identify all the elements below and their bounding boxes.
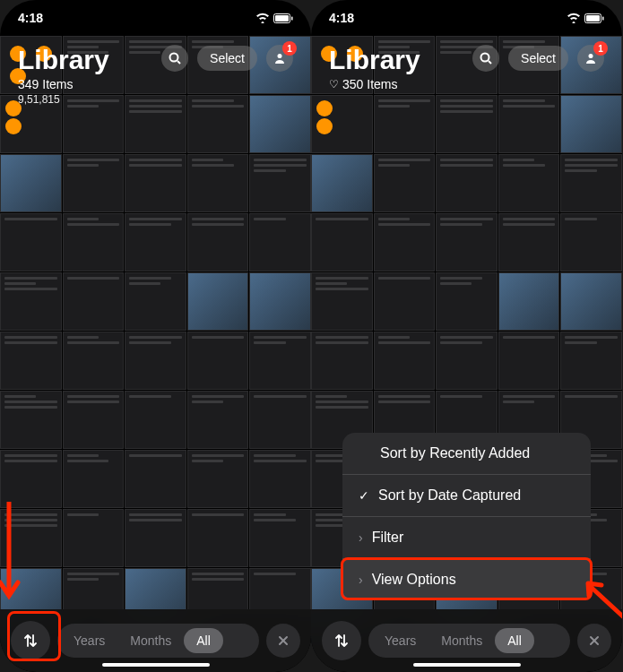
thumbnail[interactable] [436, 332, 498, 390]
thumbnail[interactable] [249, 213, 311, 271]
thumbnail[interactable] [249, 509, 311, 567]
thumbnail[interactable] [125, 509, 186, 567]
time: 4:18 [329, 11, 354, 25]
heart-icon: ♡ [329, 78, 339, 90]
home-indicator[interactable] [413, 663, 521, 667]
header: Library 349 Items 9,51,815 Select 1 [0, 36, 311, 115]
item-count: 349 Items [18, 77, 109, 91]
thumbnail[interactable] [187, 450, 249, 508]
segment-all[interactable]: All [495, 628, 534, 653]
header-left: Library 349 Items 9,51,815 [18, 45, 109, 106]
thumbnail[interactable] [63, 332, 125, 390]
thumbnail[interactable] [311, 332, 373, 390]
thumbnail[interactable] [187, 509, 249, 567]
thumbnail[interactable] [0, 332, 62, 390]
segment-months[interactable]: Months [428, 628, 495, 653]
thumbnail[interactable] [187, 154, 249, 212]
menu-sort-date[interactable]: ✓ Sort by Date Captured [342, 475, 591, 517]
thumbnail[interactable] [125, 450, 186, 508]
thumbnail[interactable] [63, 391, 125, 449]
thumbnail[interactable] [560, 213, 622, 271]
thumbnail[interactable] [0, 450, 62, 508]
thumbnail[interactable] [0, 272, 62, 331]
status-icons [255, 13, 293, 23]
thumbnail[interactable] [125, 391, 186, 449]
close-button[interactable] [577, 624, 611, 658]
thumbnail[interactable] [498, 154, 560, 212]
profile-button[interactable]: 1 [266, 45, 293, 72]
thumbnail[interactable] [498, 95, 560, 153]
thumbnail[interactable] [0, 391, 62, 449]
thumbnail[interactable] [311, 95, 373, 153]
thumbnail[interactable] [63, 154, 125, 212]
thumbnail[interactable] [249, 391, 311, 449]
item-count: ♡ 350 Items [329, 77, 420, 91]
thumbnail[interactable] [311, 154, 373, 212]
thumbnail[interactable] [498, 213, 560, 271]
thumbnail[interactable] [374, 332, 436, 390]
header: Library ♡ 350 Items Select 1 [311, 36, 622, 100]
select-button[interactable]: Select [508, 46, 568, 71]
thumbnail[interactable] [187, 391, 249, 449]
thumbnail[interactable] [560, 272, 622, 331]
svg-point-3 [170, 54, 178, 62]
sort-button[interactable] [322, 621, 361, 660]
menu-sort-recent[interactable]: Sort by Recently Added [342, 433, 591, 475]
thumbnail[interactable] [249, 450, 311, 508]
view-segment: Years Months All [368, 624, 570, 658]
thumbnail[interactable] [498, 272, 560, 331]
thumbnail[interactable] [187, 272, 249, 331]
thumbnail[interactable] [374, 95, 436, 153]
wifi-icon [567, 13, 581, 23]
thumbnail[interactable] [374, 213, 436, 271]
thumbnail[interactable] [63, 272, 125, 331]
thumbnail[interactable] [0, 154, 62, 212]
close-button[interactable] [266, 624, 300, 658]
thumbnail[interactable] [187, 213, 249, 271]
menu-view-options[interactable]: › View Options [342, 559, 591, 600]
segment-all[interactable]: All [184, 628, 223, 653]
thumbnail[interactable] [125, 332, 186, 390]
thumbnail[interactable] [311, 272, 373, 331]
thumbnail[interactable] [125, 272, 186, 331]
thumbnail[interactable] [0, 509, 62, 567]
thumbnail[interactable] [0, 213, 62, 271]
thumbnail[interactable] [498, 332, 560, 390]
thumbnail[interactable] [311, 213, 373, 271]
thumbnail[interactable] [436, 272, 498, 331]
thumbnail[interactable] [560, 154, 622, 212]
thumbnail[interactable] [63, 450, 125, 508]
thumbnail[interactable] [436, 154, 498, 212]
thumbnail[interactable] [63, 509, 125, 567]
svg-point-11 [481, 54, 489, 62]
segment-months[interactable]: Months [117, 628, 184, 653]
thumbnail[interactable] [249, 272, 311, 331]
sort-arrows-icon [22, 633, 39, 649]
profile-button[interactable]: 1 [577, 45, 604, 72]
notification-badge: 1 [593, 41, 608, 56]
thumbnail[interactable] [125, 154, 186, 212]
search-button[interactable] [472, 45, 499, 72]
segment-years[interactable]: Years [61, 628, 117, 653]
menu-filter[interactable]: › Filter [342, 517, 591, 559]
thumbnail[interactable] [560, 95, 622, 153]
close-icon [589, 635, 600, 646]
segment-years[interactable]: Years [372, 628, 428, 653]
thumbnail[interactable] [63, 213, 125, 271]
thumbnail[interactable] [436, 213, 498, 271]
select-button[interactable]: Select [197, 46, 257, 71]
page-title: Library [329, 45, 420, 75]
thumbnail[interactable] [374, 154, 436, 212]
thumbnail[interactable] [374, 272, 436, 331]
thumbnail[interactable] [187, 332, 249, 390]
thumbnail[interactable] [249, 154, 311, 212]
thumbnail[interactable] [560, 332, 622, 390]
status-bar: 4:18 [0, 0, 311, 36]
thumbnail[interactable] [125, 213, 186, 271]
thumbnail[interactable] [436, 95, 498, 153]
sort-button[interactable] [11, 621, 50, 660]
svg-rect-10 [602, 16, 604, 20]
home-indicator[interactable] [102, 663, 210, 667]
search-button[interactable] [161, 45, 188, 72]
thumbnail[interactable] [249, 332, 311, 390]
